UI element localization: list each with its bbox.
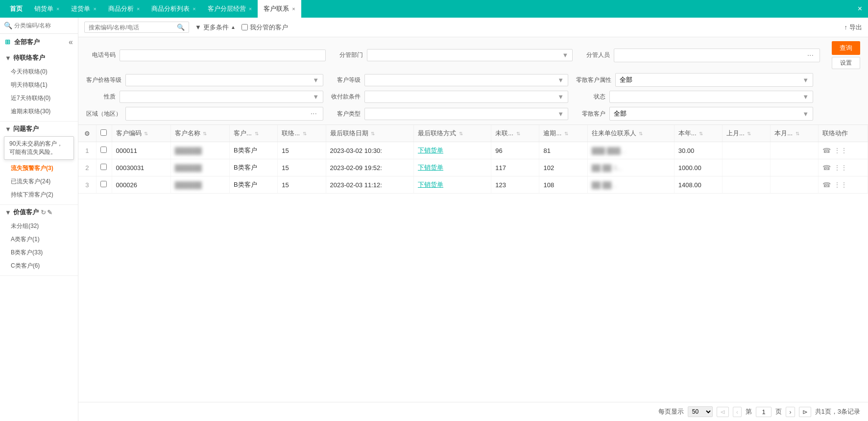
row-last-method[interactable]: 下销货单	[414, 176, 491, 194]
sidebar-item-overdue[interactable]: 逾期未联络(30)	[0, 105, 78, 118]
manager-ellipsis[interactable]: ···	[805, 51, 816, 60]
value-refresh-icon[interactable]: ↻	[41, 209, 46, 216]
row-contact-person: ███ ███...	[587, 142, 674, 159]
my-customers-checkbox[interactable]: 我分管的客户	[241, 23, 288, 32]
th-last-month[interactable]: 上月... ⇅	[722, 125, 770, 142]
close-product-analysis-list-tab[interactable]: ×	[193, 6, 195, 12]
dept-label: 分管部门	[334, 51, 363, 59]
row-overdue: 108	[539, 176, 587, 194]
tab-purchase[interactable]: 进货单 ×	[65, 0, 102, 18]
th-type[interactable]: 客户... ⇅	[230, 125, 278, 142]
close-customer-layer-tab[interactable]: ×	[249, 6, 252, 12]
query-btn[interactable]: 查询	[832, 41, 860, 55]
sidebar: 🔍 ⊞ 全部客户 « ▼ 待联络客户 今天待联络(0) 明天待联络(1) 近7天…	[0, 18, 78, 421]
sidebar-item-a-class[interactable]: A类客户(1)	[0, 233, 78, 246]
collapse-icon[interactable]: «	[69, 38, 73, 47]
sidebar-item-tomorrow[interactable]: 明天待联络(1)	[0, 78, 78, 92]
export-btn[interactable]: ↑ 导出	[844, 23, 863, 32]
th-this-year[interactable]: 本年... ⇅	[674, 125, 722, 142]
close-product-analysis-tab[interactable]: ×	[137, 6, 140, 12]
th-this-month[interactable]: 本月... ⇅	[771, 125, 819, 142]
th-no-contact[interactable]: 未联... ⇅	[491, 125, 539, 142]
more-conditions-btn[interactable]: ▼ 更多条件 ▲	[195, 23, 236, 32]
customer-type-select[interactable]: ▼	[364, 108, 568, 120]
sidebar-item-churned[interactable]: 已流失客户(24)	[0, 175, 78, 188]
close-purchase-tab[interactable]: ×	[93, 6, 96, 12]
row-action-more[interactable]: ⋮⋮	[834, 181, 847, 189]
tab-product-analysis-list[interactable]: 商品分析列表 ×	[145, 0, 201, 18]
row-last-method[interactable]: 下销货单	[414, 142, 491, 159]
retail-attr-select[interactable]: 全部 ▼	[615, 73, 813, 87]
prev-page-btn[interactable]: ‹	[733, 407, 742, 417]
row-checkbox[interactable]	[96, 159, 112, 176]
row-action-phone[interactable]: ☎	[822, 147, 831, 154]
region-ellipsis[interactable]: ···	[309, 109, 319, 118]
price-level-label: 客户价格等级	[86, 76, 121, 84]
tab-sales[interactable]: 销货单 ×	[28, 0, 65, 18]
my-customers-check[interactable]	[241, 24, 248, 30]
row-checkbox[interactable]	[96, 176, 112, 194]
th-overdue[interactable]: 逾期... ⇅	[539, 125, 587, 142]
row-action-phone[interactable]: ☎	[822, 164, 831, 172]
th-checkbox[interactable]	[96, 125, 112, 142]
close-customer-contact-tab[interactable]: ×	[292, 6, 295, 12]
sidebar-item-declining[interactable]: 持续下滑客户(2)	[0, 188, 78, 201]
row-action-phone[interactable]: ☎	[822, 181, 831, 189]
close-all-tabs[interactable]: ×	[858, 4, 862, 13]
row-this-year: 1408.00	[674, 176, 722, 194]
th-gear[interactable]: ⚙	[78, 125, 96, 142]
tab-home[interactable]: 首页	[4, 0, 28, 18]
th-contact-person[interactable]: 往来单位联系人 ⇅	[587, 125, 674, 142]
row-type: B类客户	[230, 142, 278, 159]
status-select[interactable]: ▼	[609, 91, 813, 103]
payment-select[interactable]: ▼	[364, 91, 568, 103]
sidebar-item-week[interactable]: 近7天待联络(0)	[0, 92, 78, 105]
sidebar-group-value-title[interactable]: ▼ 价值客户 ↻ ✎	[0, 205, 78, 220]
row-action-more[interactable]: ⋮⋮	[834, 164, 847, 172]
dept-select[interactable]: ▼	[367, 49, 573, 61]
retail-customer-select[interactable]: 全部 ▼	[609, 107, 813, 121]
row-action-more[interactable]: ⋮⋮	[834, 147, 847, 154]
page-num-input[interactable]	[756, 407, 772, 417]
select-all-checkbox[interactable]	[100, 129, 107, 136]
row-last-method[interactable]: 下销货单	[414, 159, 491, 176]
close-sales-tab[interactable]: ×	[56, 6, 59, 12]
settings-btn[interactable]: 设置	[832, 57, 860, 69]
price-level-select[interactable]: ▼	[125, 74, 323, 86]
th-name[interactable]: 客户名称 ⇅	[170, 125, 229, 142]
sidebar-item-ungrouped[interactable]: 未分组(32)	[0, 220, 78, 233]
search-input[interactable]	[89, 24, 177, 31]
next-page-btn[interactable]: ›	[786, 407, 795, 417]
tab-customer-contact[interactable]: 客户联系 ×	[258, 0, 301, 18]
page-suffix: 页	[775, 407, 782, 416]
sidebar-group-pending-title[interactable]: ▼ 待联络客户	[0, 50, 78, 65]
sidebar-item-today[interactable]: 今天待联络(0)	[0, 65, 78, 78]
th-last-method[interactable]: 最后联络方式 ⇅	[414, 125, 491, 142]
tab-customer-layer[interactable]: 客户分层经营 ×	[202, 0, 258, 18]
th-code[interactable]: 客户编码 ⇅	[112, 125, 170, 142]
phone-input[interactable]	[120, 50, 326, 61]
sidebar-item-churn-warning[interactable]: 流失预警客户(3)	[0, 162, 78, 175]
sidebar-group-problem-title[interactable]: ▼ 问题客户	[0, 122, 78, 136]
value-edit-icon[interactable]: ✎	[47, 209, 52, 216]
manager-select[interactable]: ···	[614, 49, 820, 62]
row-checkbox[interactable]	[96, 142, 112, 159]
sidebar-item-c-class[interactable]: C类客户(6)	[0, 259, 78, 272]
search-btn[interactable]: 🔍	[177, 24, 185, 31]
gender-select[interactable]: ▼	[120, 91, 323, 103]
sidebar-root[interactable]: ⊞ 全部客户 «	[0, 34, 78, 50]
th-contact[interactable]: 联络... ⇅	[278, 125, 326, 142]
sidebar-item-b-class[interactable]: B类客户(33)	[0, 246, 78, 259]
customer-level-select[interactable]: ▼	[364, 74, 568, 86]
action-buttons: 查询 设置	[832, 41, 860, 69]
last-page-btn[interactable]: ⊳	[799, 407, 811, 417]
row-overdue: 81	[539, 142, 587, 159]
row-last-month	[722, 142, 770, 159]
th-last-date[interactable]: 最后联络日期 ⇅	[326, 125, 413, 142]
first-page-btn[interactable]: ⊲	[717, 407, 729, 417]
region-select[interactable]: ···	[125, 107, 323, 121]
per-page-select[interactable]: 50 100	[688, 406, 713, 417]
page-label: 第	[746, 407, 752, 416]
sidebar-search-input[interactable]	[14, 22, 78, 29]
tab-product-analysis[interactable]: 商品分析 ×	[102, 0, 145, 18]
